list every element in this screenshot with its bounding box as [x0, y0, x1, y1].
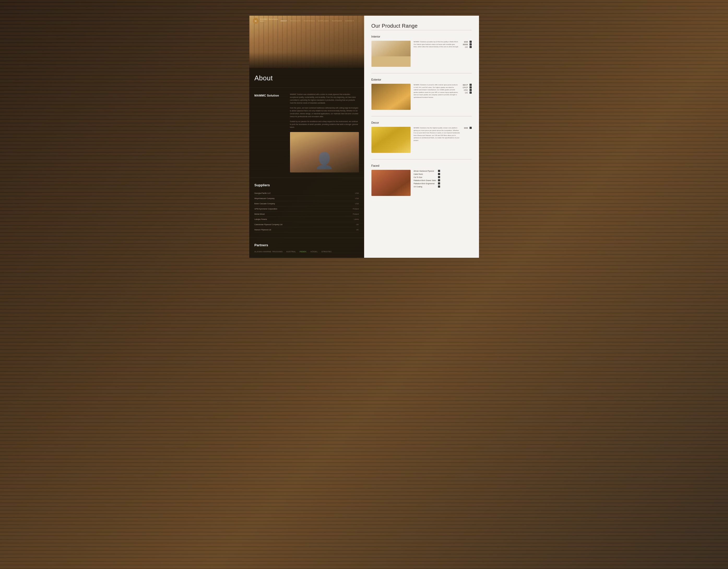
supplier-name: Latvijas Finieris	[254, 218, 267, 220]
faced-item-3: Cut To Size	[414, 176, 440, 178]
faced-item-6: UV Coating	[414, 186, 440, 188]
faced-item-5-check[interactable]	[438, 182, 440, 185]
faced-item-3-name: Cut To Size	[414, 176, 422, 178]
supplier-row: Caledonian Plywood Company Ltd UK	[254, 222, 359, 227]
right-panel: Our Product Range Interior MAMMC Solutio…	[364, 16, 479, 258]
mammc-text-3: Guided by our passion for excellence and…	[290, 120, 359, 129]
grade-c-c-check[interactable]	[470, 46, 472, 48]
faced-items-list: African Hardwood Plywood Cable Reels Cut…	[414, 170, 440, 188]
partner-kogel: KÖGEL	[311, 251, 318, 253]
nav-dots: ···	[358, 20, 360, 22]
supplier-row: Weyerhaeuser Company USA	[254, 196, 359, 201]
exterior-content: MAMMC Solutions is proud to offer exteri…	[371, 84, 472, 110]
grade-b-bb-decor: B/BB	[464, 127, 472, 129]
mammc-text-1: MAMMC Solution was established with a vi…	[290, 93, 359, 104]
faced-item-4-name: Palladium Birch Drawer Sides	[414, 180, 436, 181]
mammc-title-col: MAMMC Solution	[254, 93, 286, 173]
category-faced: Faced African Hardwood Plywood Cable Ree…	[371, 164, 472, 196]
category-exterior: Exterior MAMMC Solutions is proud to off…	[371, 78, 472, 110]
nav-link-contact[interactable]: CONTACT	[345, 20, 354, 22]
grade-bb-bb-label: BB/BB	[463, 44, 468, 45]
logo-text-block: MAMMC Solutions LLC Plywood	[260, 18, 281, 23]
left-panel: M MAMMC Solutions LLC Plywood ABOUT PROD…	[249, 16, 364, 258]
grade-cp-cp-check[interactable]	[470, 86, 472, 88]
partner-austral: AUSTRAL	[286, 251, 296, 253]
partner-alaska: ALASKA MARINE TRUCKING	[254, 251, 283, 253]
interior-img-placeholder	[371, 41, 411, 67]
supplier-name: Hanson Plywood Ltd	[254, 229, 271, 231]
grade-c-c-ext-label: C/C	[465, 92, 468, 94]
supplier-row: Hanson Plywood Ltd UK	[254, 227, 359, 233]
suppliers-list: Georgia-Pacific LLC USA Weyerhaeuser Com…	[254, 191, 359, 233]
about-title: About	[254, 74, 359, 82]
grade-b-bb-check[interactable]	[470, 41, 472, 43]
logo-sub: Plywood	[260, 22, 281, 23]
about-heading-area: About	[249, 68, 364, 88]
grade-c-c-ext: C/C	[465, 92, 471, 94]
grade-c-c-ext-check[interactable]	[470, 92, 472, 94]
faced-item-3-check[interactable]	[438, 176, 440, 178]
nav-link-partners[interactable]: PARTNERS	[332, 20, 342, 22]
supplier-name: Georgia-Pacific LLC	[254, 192, 271, 194]
faced-title: Faced	[371, 164, 472, 167]
nav-link-about[interactable]: ABOUT	[281, 20, 287, 22]
mammc-title: MAMMC Solution	[254, 94, 279, 97]
suppliers-section: Suppliers Georgia-Pacific LLC USA Weyerh…	[249, 178, 364, 238]
faced-item-2-name: Cable Reels	[414, 173, 423, 175]
partners-section: Partners ALASKA MARINE TRUCKING AUSTRAL …	[249, 238, 364, 258]
grade-bb-cp-check[interactable]	[470, 84, 472, 86]
interior-content: MAMMC Solutions provides top-of-the-line…	[371, 41, 472, 67]
mammc-text-col: MAMMC Solution was established with a vi…	[290, 93, 359, 173]
grade-bb-cp-label: BB/CP	[463, 84, 468, 86]
supplier-name: UPM-Kymmene Corporation	[254, 208, 277, 210]
supplier-country: USA	[355, 203, 359, 205]
supplier-name: Metsä Wood	[254, 213, 265, 215]
decor-grades: B/BB	[464, 127, 472, 129]
supplier-name: Caledonian Plywood Company Ltd	[254, 224, 282, 226]
supplier-country: Finland	[353, 213, 359, 215]
grade-c-c: C/C	[465, 46, 471, 48]
nav-link-products[interactable]: PRODUCTS	[290, 20, 301, 22]
nav-links: ABOUT PRODUCTS PORTRINGS SUPPLIERS PARTN…	[281, 20, 360, 22]
faced-item-6-name: UV Coating	[414, 186, 422, 188]
grade-bb-bb-check[interactable]	[470, 43, 472, 45]
mammc-section: MAMMC Solution MAMMC Solution was establ…	[249, 88, 364, 178]
decor-description: MAMMC Solutions has the highest quality …	[414, 127, 460, 142]
supplier-name: Boise Cascade Company	[254, 203, 275, 205]
grade-b-bb: B/BB	[464, 41, 472, 43]
grade-c-c-label: C/C	[465, 46, 468, 48]
supplier-row: Metsä Wood Finland	[254, 212, 359, 217]
decor-img-placeholder	[371, 127, 411, 153]
interior-grades: B/BB BB/BB C/C	[463, 41, 471, 48]
exterior-grades: BB/CP CP/CP CP/C C/C	[463, 84, 472, 94]
grade-b-bb-decor-check[interactable]	[470, 127, 472, 129]
faced-item-2: Cable Reels	[414, 173, 440, 175]
faced-item-6-check[interactable]	[438, 186, 440, 188]
grade-cp-c: CP/C	[464, 89, 472, 91]
faced-item-5-name: Palladium Birch Engineered	[414, 183, 435, 185]
product-range-title: Our Product Range	[371, 23, 472, 29]
page-container: M MAMMC Solutions LLC Plywood ABOUT PROD…	[0, 0, 728, 274]
faced-item-5: Palladium Birch Engineered	[414, 182, 440, 185]
category-decor: Decor MAMMC Solutions has the highest qu…	[371, 121, 472, 153]
grade-cp-c-check[interactable]	[470, 89, 472, 91]
hero-image: M MAMMC Solutions LLC Plywood ABOUT PROD…	[249, 16, 364, 68]
decor-title: Decor	[371, 121, 472, 124]
nav-link-portrings[interactable]: PORTRINGS	[304, 20, 315, 22]
category-interior: Interior MAMMC Solutions provides top-of…	[371, 35, 472, 67]
decor-text-grades: MAMMC Solutions has the highest quality …	[414, 127, 472, 144]
faced-item-2-check[interactable]	[438, 173, 440, 175]
interior-image	[371, 41, 411, 67]
faced-item-1-check[interactable]	[438, 170, 440, 172]
exterior-img-placeholder	[371, 84, 411, 110]
nav-link-suppliers[interactable]: SUPPLIERS	[318, 20, 329, 22]
supplier-country: USA	[355, 198, 359, 199]
supplier-row: Georgia-Pacific LLC USA	[254, 191, 359, 196]
partner-striotec: STRIOTEC	[322, 251, 332, 253]
supplier-row: Latvijas Finieris Latvia	[254, 217, 359, 222]
faced-item-4-check[interactable]	[438, 179, 440, 181]
nav-bar: M MAMMC Solutions LLC Plywood ABOUT PROD…	[249, 16, 364, 26]
suppliers-title: Suppliers	[254, 183, 359, 187]
interior-title: Interior	[371, 35, 472, 38]
supplier-row: Boise Cascade Company USA	[254, 201, 359, 206]
